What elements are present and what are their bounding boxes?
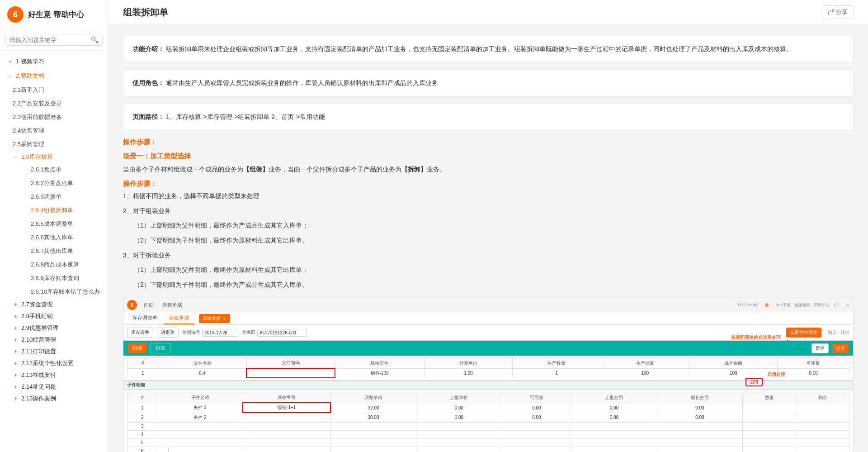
sidebar-item-2.4[interactable]: 2.4销售管理 <box>13 124 108 138</box>
sidebar-item-2.6.8[interactable]: 2.6.8商品成本重算 <box>25 258 108 271</box>
sim-tab-adjust[interactable]: 库存调整单 <box>127 312 163 324</box>
sim-menu-home[interactable]: 首页 <box>141 301 156 309</box>
ops-steps-title2: 操作步骤： <box>123 180 854 188</box>
role-text: 通常由生产人员或库管人员完成拆装业务的操作，库管人员确认原材料的出库和产成品的入… <box>166 79 438 86</box>
sim-parent-table-el: # 父件名称 父件编码 规格型号 计量单位 生产数量 生产批量 成本金额 可用量 <box>127 357 849 378</box>
sim-save-btn[interactable]: 暂存 <box>811 343 829 353</box>
sidebar-item-docs[interactable]: － 2.帮助文档 <box>0 69 108 83</box>
sim-sub-label: 子件明细 <box>127 382 145 388</box>
expand-2.14-icon: ＋ <box>13 383 19 391</box>
nav-tree: ＋ 1.视频学习 － 2.帮助文档 2.1新手入门 2.2产品安装及登录 2.3… <box>0 51 108 452</box>
path-text: 1、库存核算->库存管理->组装拆卸单 2、首页->常用功能 <box>166 113 325 120</box>
step3-1: （1）上部明细为父件明细，最终作为原材料生成其它出库单； <box>123 264 854 276</box>
page-title: 组装拆卸单 <box>123 6 168 19</box>
step2-2: （2）下部明细为子件明细，最终作为原材料生成其它出库单。 <box>123 234 854 247</box>
sidebar-item-video[interactable]: ＋ 1.视频学习 <box>0 54 108 69</box>
sidebar-item-2.5[interactable]: 2.5采购管理 <box>13 138 108 151</box>
main-area: 组装拆卸单 分享 功能介绍： 组装拆卸单用来处理企业组装或拆卸等加工业务，支持有… <box>108 0 868 452</box>
sidebar-item-2.15[interactable]: ＋ 2.15操作案例 <box>13 393 108 404</box>
expand-icon: ＋ <box>7 57 13 66</box>
sidebar-item-video-label: 1.视频学习 <box>16 57 44 66</box>
annotation-3: 启用处理 <box>767 371 785 378</box>
logo-text: 好生意 帮助中心 <box>28 10 84 20</box>
sim-date-input[interactable] <box>202 329 238 337</box>
sim-toolbar-right: 输入 其他 <box>828 329 849 336</box>
expand-2.12-icon: ＋ <box>13 359 19 367</box>
sidebar-item-docs-label: 2.帮助文档 <box>16 72 44 80</box>
sidebar-item-2.13[interactable]: ＋ 2.13在线支付 <box>13 369 108 381</box>
sim-field-date: 单据编号 <box>182 329 238 337</box>
table-row: 6 <box>127 447 849 452</box>
sidebar-item-2.6.7[interactable]: 2.6.7其他出库单 <box>25 244 108 258</box>
sidebar-item-2.10[interactable]: ＋ 2.10经营管理 <box>13 334 108 346</box>
sim-logo: 6 <box>127 300 137 310</box>
sidebar-item-2.2[interactable]: 2.2产品安装及登录 <box>13 97 108 110</box>
sidebar-item-2.9[interactable]: ＋ 2.9优惠券管理 <box>13 322 108 334</box>
sidebar-item-2.6.3[interactable]: 2.6.3调拨单 <box>25 190 108 204</box>
path-label: 页面路径： <box>132 113 164 120</box>
intro-label: 功能介绍： <box>132 45 164 52</box>
role-block: 使用角色： 通常由生产人员或库管人员完成拆装业务的操作，库管人员确认原材料的出库… <box>123 70 854 96</box>
sim-disassemble-btn[interactable]: 拆卸 <box>151 343 170 353</box>
share-icon <box>828 9 834 15</box>
sidebar: 6 好生意 帮助中心 🔍 ＋ 1.视频学习 － 2.帮助文档 2.1新手入门 2… <box>0 0 108 452</box>
sidebar-item-2.8[interactable]: ＋ 2.8手机旺铺 <box>13 310 108 322</box>
arrow-4 <box>169 448 169 452</box>
table-row: 1 夹件 1 级别-1+1 32.00 0.00 0.00 0.00 0.00 <box>127 403 849 413</box>
sidebar-item-2.6.9[interactable]: 2.6.9库存账本查询 <box>25 271 108 285</box>
sim-header-right: App下载 创建组织 帮助中心 CC <box>775 302 840 308</box>
col-parent-name: 父件名称 <box>158 358 246 369</box>
sim-id-input[interactable] <box>257 329 307 337</box>
search-bar: 🔍 <box>0 29 108 51</box>
sim-child-table-el: # 子件名称 原始单价 调整单价 上批单价 可用量 上批占用 期初占用 数量 剩… <box>127 392 849 452</box>
sim-tab-new[interactable]: 新建单据 <box>164 312 194 324</box>
sim-field-id: 单据ID <box>242 329 307 337</box>
sidebar-item-2.1[interactable]: 2.1新手入门 <box>13 83 108 97</box>
collapse-icon: － <box>7 72 13 80</box>
screenshot-block: 6 首页 新建单据 TEST-H002 App下载 创建组织 帮助中心 CC ✕… <box>123 298 854 452</box>
share-button[interactable]: 分享 <box>822 5 854 19</box>
col-produce-qty: 生产数量 <box>513 358 601 369</box>
intro-block: 功能介绍： 组装拆卸单用来处理企业组装或拆卸等加工业务，支持有固定装配清单的产品… <box>123 36 854 62</box>
sidebar-item-2.11[interactable]: ＋ 2.11打印设置 <box>13 346 108 357</box>
sidebar-item-2.6.6[interactable]: 2.6.6其他入库单 <box>25 231 108 244</box>
sim-btn-adjust[interactable]: 库存调整 <box>127 328 153 338</box>
step3: 3、对于拆装业务 <box>123 249 854 262</box>
nav-sub-docs: 2.1新手入门 2.2产品安装及登录 2.3使用前数据准备 2.4销售管理 2.… <box>0 83 108 404</box>
sidebar-item-2.6.2[interactable]: 2.6.2分量盘点单 <box>25 176 108 190</box>
sim-settings-icon <box>764 303 769 307</box>
step2-1: （1）上部明细为父件明细，最终作为产成品生成其它入库单； <box>123 219 854 232</box>
sim-select-parts-btn[interactable]: 选配件料清单 <box>786 328 821 338</box>
table-row: 2 夹件 2 30.00 0.00 0.00 0.00 0.00 <box>127 413 849 422</box>
table-row: 1 关木 组件-100 1.00 1 100 100 0.00 <box>127 368 849 378</box>
expand-2.7-icon: ＋ <box>13 300 19 309</box>
sim-menu-new[interactable]: 新建单据 <box>160 301 185 309</box>
sidebar-item-2.3[interactable]: 2.3使用前数据准备 <box>13 110 108 124</box>
step2: 2、对于组装业务 <box>123 205 854 217</box>
path-block: 页面路径： 1、库存核算->库存管理->组装拆卸单 2、首页->常用功能 <box>123 104 854 130</box>
sim-new-tab-btn[interactable]: 新建单据 ＋ <box>199 314 230 323</box>
logo-icon: 6 <box>7 6 24 23</box>
sim-parent-table: # 父件名称 父件编码 规格型号 计量单位 生产数量 生产批量 成本金额 可用量 <box>123 356 853 380</box>
table-row: 5 <box>127 438 849 447</box>
sim-btn-retreat[interactable]: 进退单 <box>157 328 179 338</box>
step1: 1、根据不同的业务，选择不同单据的类型来处理 <box>123 190 854 202</box>
search-input[interactable] <box>9 37 91 43</box>
nav-sub-2.6: 2.6.1盘点单 2.6.2分量盘点单 2.6.3调拨单 2.6.4组装拆卸单 … <box>13 163 108 299</box>
sim-assemble-btn[interactable]: 组装 <box>128 343 147 353</box>
sim-close-icon[interactable]: ✕ <box>846 303 849 308</box>
sim-submit-btn[interactable]: 提交 <box>832 344 849 353</box>
sidebar-item-2.6.5[interactable]: 2.6.5成本调整单 <box>25 217 108 231</box>
sidebar-item-2.7[interactable]: ＋ 2.7资金管理 <box>13 299 108 310</box>
sidebar-item-2.12[interactable]: ＋ 2.12系统个性化设置 <box>13 357 108 369</box>
sidebar-item-2.14[interactable]: ＋ 2.14常见问题 <box>13 381 108 393</box>
search-icon[interactable]: 🔍 <box>91 36 99 43</box>
svg-point-0 <box>765 303 769 307</box>
sidebar-item-2.6.1[interactable]: 2.6.1盘点单 <box>25 163 108 176</box>
sidebar-item-2.6.4[interactable]: 2.6.4组装拆卸单 <box>25 204 108 217</box>
sidebar-item-2.6[interactable]: － 2.6库存核算 <box>13 151 108 163</box>
search-wrap: 🔍 <box>5 34 103 46</box>
col-unit: 计量单位 <box>424 358 512 369</box>
sidebar-item-2.6.10[interactable]: 2.6.10库存账本错了怎么办 <box>25 285 108 299</box>
col-cost-amt: 成本金额 <box>689 358 777 369</box>
